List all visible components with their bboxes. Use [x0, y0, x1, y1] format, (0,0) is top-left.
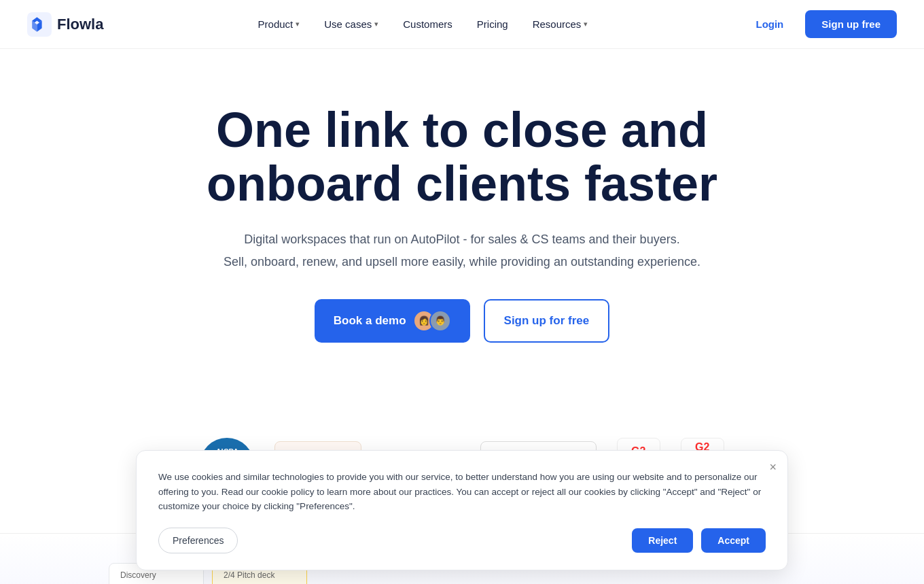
nav-product[interactable]: Product ▾ — [249, 13, 310, 35]
chevron-down-icon: ▾ — [584, 20, 588, 29]
login-button[interactable]: Login — [742, 12, 797, 37]
preferences-button[interactable]: Preferences — [158, 528, 238, 553]
accept-button[interactable]: Accept — [701, 528, 766, 553]
cookie-actions: Preferences Reject Accept — [158, 528, 766, 553]
nav-links: Product ▾ Use cases ▾ Customers Pricing … — [249, 13, 598, 35]
hero-section: One link to close and onboard clients fa… — [156, 49, 768, 424]
nav-actions: Login Sign up free — [742, 10, 897, 38]
signup-free-button[interactable]: Sign up for free — [484, 299, 610, 343]
chevron-down-icon: ▾ — [296, 20, 300, 29]
reject-button[interactable]: Reject — [632, 528, 693, 553]
hero-buttons: Book a demo 👩 👨 Sign up for free — [183, 299, 741, 343]
logo[interactable]: Flowla — [27, 12, 103, 37]
cookie-text: We use cookies and similar technologies … — [158, 470, 766, 514]
hero-subtitle: Digital workspaces that run on AutoPilot… — [183, 230, 741, 272]
hero-title: One link to close and onboard clients fa… — [183, 103, 741, 211]
chevron-down-icon: ▾ — [374, 20, 378, 29]
cookie-banner: × We use cookies and similar technologie… — [136, 450, 788, 570]
nav-resources[interactable]: Resources ▾ — [523, 13, 598, 35]
cookie-close-button[interactable]: × — [769, 460, 777, 475]
signup-button[interactable]: Sign up free — [805, 10, 897, 38]
nav-customers[interactable]: Customers — [393, 13, 462, 35]
demo-avatars: 👩 👨 — [413, 310, 451, 332]
nav-pricing[interactable]: Pricing — [467, 13, 518, 35]
avatar: 👨 — [429, 310, 451, 332]
navbar: Flowla Product ▾ Use cases ▾ Customers P… — [0, 0, 924, 49]
nav-use-cases[interactable]: Use cases ▾ — [315, 13, 388, 35]
cookie-overlay: × We use cookies and similar technologie… — [0, 450, 924, 584]
book-demo-button[interactable]: Book a demo 👩 👨 — [315, 299, 470, 343]
logo-text: Flowla — [57, 16, 103, 33]
